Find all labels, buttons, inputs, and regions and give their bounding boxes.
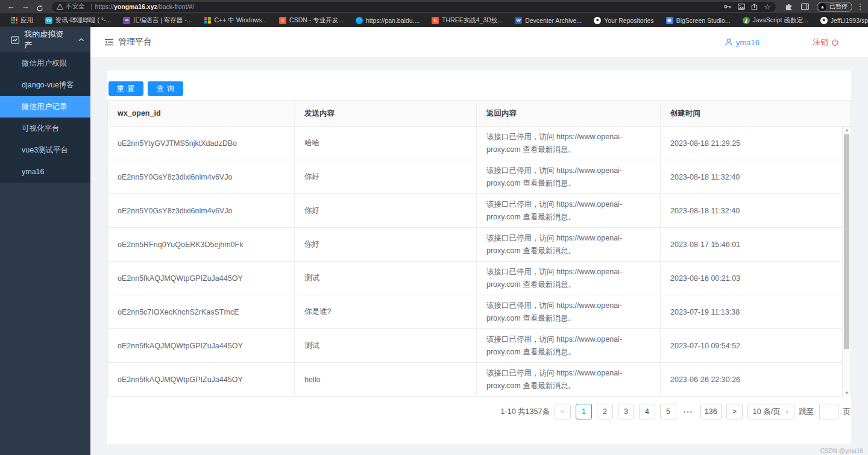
table-row: oE2nn5RFnq0YuQoERK3D5ejhm0Fk 你好 该接口已停用，访… xyxy=(108,228,851,262)
bookmark-item[interactable]: C++ 中 Windows... xyxy=(200,13,272,27)
page-button-4[interactable]: 4 xyxy=(639,404,655,419)
bookmark-item[interactable]: ● Your Repositories xyxy=(589,13,659,27)
table-row: oE2nn5c7IOXecKnchS2rKasSTmcE 你是谁? 该接口已停用… xyxy=(108,295,851,329)
media-icon[interactable] xyxy=(738,4,745,10)
cell-openid: oE2nn5RFnq0YuQoERK3D5ejhm0Fk xyxy=(108,228,295,261)
cell-send: 你好 xyxy=(295,228,477,261)
url-text[interactable]: https://yongma16.xyz/back-front/#/ xyxy=(95,3,720,10)
table-row: oE2nn5fkAQJMQWtpGPIZuJa445OY 测试 该接口已停用，访… xyxy=(108,329,851,363)
table-row: oE2nn5Y0GsY8z3dixi6nlm4v6VJo 你好 该接口已停用，访… xyxy=(108,194,851,228)
share-icon[interactable] xyxy=(751,4,758,10)
table-row: oE2nn5Y0GsY8z3dixi6nlm4v6VJo 你好 该接口已停用，访… xyxy=(108,160,851,194)
cell-created: 2023-08-17 15:46:01 xyxy=(661,228,851,261)
github-icon: ● xyxy=(820,17,828,24)
next-page-button[interactable]: > xyxy=(726,404,743,419)
page-size-select[interactable]: 10 条/页 ∨ xyxy=(747,404,794,419)
cell-send: hello xyxy=(295,363,477,396)
username: yma16 xyxy=(736,38,760,47)
col-header-wx-open-id: wx_open_id xyxy=(108,101,295,126)
cell-reply: 该接口已停用，访问 https://www.openai-proxy.com 查… xyxy=(477,295,661,328)
address-bar[interactable]: 不安全 https://yongma16.xyz/back-front/#/ ☆ xyxy=(52,2,776,12)
cell-reply: 该接口已停用，访问 https://www.openai-proxy.com 查… xyxy=(477,160,661,193)
bookmark-item[interactable]: ◠ https://pan.baidu.... xyxy=(351,13,424,27)
page-button-3[interactable]: 3 xyxy=(618,404,634,419)
bookmark-item[interactable]: ● JeffLi1993/spring... xyxy=(816,13,868,27)
apps-button[interactable]: 应用 xyxy=(6,13,38,27)
cell-send: 测试 xyxy=(295,262,477,295)
chart-icon xyxy=(11,36,19,44)
page-button-1[interactable]: 1 xyxy=(576,404,592,419)
extensions-puzzle-icon[interactable] xyxy=(785,3,793,11)
table-scrollbar[interactable]: ▲ ▼ xyxy=(842,127,851,397)
page-title: 管理平台 xyxy=(118,37,152,48)
table-row: oE2nn5fkAQJMQWtpGPIZuJa445OY 测试 该接口已停用，访… xyxy=(108,262,851,295)
devcenter-w-icon: W xyxy=(515,17,522,24)
bookmark-item[interactable]: W Devcenter Archive... xyxy=(510,13,587,27)
bookmark-item[interactable]: ʝ JavaScript 函数定... xyxy=(738,13,813,27)
bigscreen-icon: ▣ xyxy=(666,17,673,24)
scroll-down-icon[interactable]: ▼ xyxy=(843,389,851,397)
security-label[interactable]: 不安全 xyxy=(66,2,85,11)
sidebar-item-wechat-user-records[interactable]: 微信用户记录 xyxy=(0,96,90,118)
profile-badge: 已暂停 xyxy=(829,2,848,11)
cell-reply: 该接口已停用，访问 https://www.openai-proxy.com 查… xyxy=(477,262,661,295)
table-row: oE2nn5YtyGVJTMS5njktXdadzDBo 哈哈 该接口已停用，访… xyxy=(108,127,851,160)
records-card: 重 置 查 询 wx_open_id 发送内容 返回内容 创建时间 oE2nn5… xyxy=(107,71,851,444)
query-button[interactable]: 查 询 xyxy=(148,81,183,96)
sidebar-item-vue3-test-platform[interactable]: vue3测试平台 xyxy=(0,139,90,161)
menu-fold-icon[interactable] xyxy=(105,39,113,46)
cell-reply: 该接口已停用，访问 https://www.openai-proxy.com 查… xyxy=(477,194,661,227)
cell-openid: oE2nn5fkAQJMQWtpGPIZuJa445OY xyxy=(108,329,295,362)
power-icon xyxy=(831,39,839,46)
sidebar-item-wechat-user-permission[interactable]: 微信用户权限 xyxy=(0,52,90,74)
pagination-total: 1-10 共1357条 xyxy=(501,407,550,417)
reset-button[interactable]: 重 置 xyxy=(108,81,143,96)
cell-reply: 该接口已停用，访问 https://www.openai-proxy.com 查… xyxy=(477,329,661,362)
cell-created: 2023-08-18 11:32:40 xyxy=(661,194,851,227)
bookmark-item[interactable]: ∞ 汇编语言 | 寄存器 -... xyxy=(118,13,197,27)
key-icon[interactable] xyxy=(724,4,732,10)
user-icon xyxy=(725,38,733,46)
jump-suffix-label: 页 xyxy=(843,407,851,417)
bookmark-item[interactable]: C CSDN - 专业开发... xyxy=(274,13,348,27)
kebab-menu-icon[interactable]: ⋮ xyxy=(856,0,864,13)
cell-send: 哈哈 xyxy=(295,127,477,160)
logout-button[interactable]: 注销 xyxy=(813,37,839,48)
forward-icon[interactable]: → xyxy=(18,0,33,13)
pagination: 1-10 共1357条 < 1 2 3 4 5 ••• 136 > 10 条/页… xyxy=(107,404,851,419)
page-button-last[interactable]: 136 xyxy=(700,404,722,419)
refresh-icon[interactable] xyxy=(33,2,47,12)
baidu-pan-icon: ◠ xyxy=(356,17,363,24)
back-icon[interactable]: ← xyxy=(4,0,18,13)
cell-openid: oE2nn5Y0GsY8z3dixi6nlm4v6VJo xyxy=(108,194,295,227)
visual-studio-icon: ∞ xyxy=(123,17,130,24)
page-header: 管理平台 yma16 注销 xyxy=(90,27,868,57)
scrollbar-thumb[interactable] xyxy=(844,134,849,349)
sidebar-group-my-virtual-assets[interactable]: 我的虚拟资产 xyxy=(0,27,90,52)
current-user[interactable]: yma16 xyxy=(725,38,760,47)
side-panel-icon[interactable] xyxy=(801,3,809,10)
bookmark-star-icon[interactable]: ☆ xyxy=(764,3,771,11)
bookmark-item[interactable]: ▣ BigScreen Studio... xyxy=(661,13,735,27)
bilibili-icon: ᴛᴠ xyxy=(45,17,52,24)
bookmark-item[interactable]: ᴛᴠ 资讯-哔哩哔哩 ( °-... xyxy=(40,13,116,27)
chevron-up-icon xyxy=(78,38,84,42)
bookmark-item[interactable]: C THREE实战4_3D纹... xyxy=(427,13,508,27)
csdn-watermark: CSDN @yma16 xyxy=(820,448,863,454)
prev-page-button[interactable]: < xyxy=(555,404,571,419)
page-button-5[interactable]: 5 xyxy=(660,404,676,419)
pagination-ellipsis[interactable]: ••• xyxy=(681,409,696,415)
scroll-up-icon[interactable]: ▲ xyxy=(843,127,851,134)
col-header-reply-content: 返回内容 xyxy=(477,101,661,126)
page-button-2[interactable]: 2 xyxy=(597,404,613,419)
cell-reply: 该接口已停用，访问 https://www.openai-proxy.com 查… xyxy=(477,127,661,160)
apps-grid-icon xyxy=(11,17,17,24)
warning-icon xyxy=(57,4,63,10)
profile-chip[interactable]: ▲ 已暂停 xyxy=(817,2,852,12)
sidebar-item-visualization-platform[interactable]: 可视化平台 xyxy=(0,118,90,139)
col-header-created-time: 创建时间 xyxy=(661,101,851,126)
sidebar-item-django-vue-blog[interactable]: django-vue博客 xyxy=(0,74,90,96)
sidebar-submenu: 微信用户权限 django-vue博客 微信用户记录 可视化平台 vue3测试平… xyxy=(0,52,90,183)
sidebar-item-yma16[interactable]: yma16 xyxy=(0,161,90,183)
jump-page-input[interactable] xyxy=(819,404,838,419)
